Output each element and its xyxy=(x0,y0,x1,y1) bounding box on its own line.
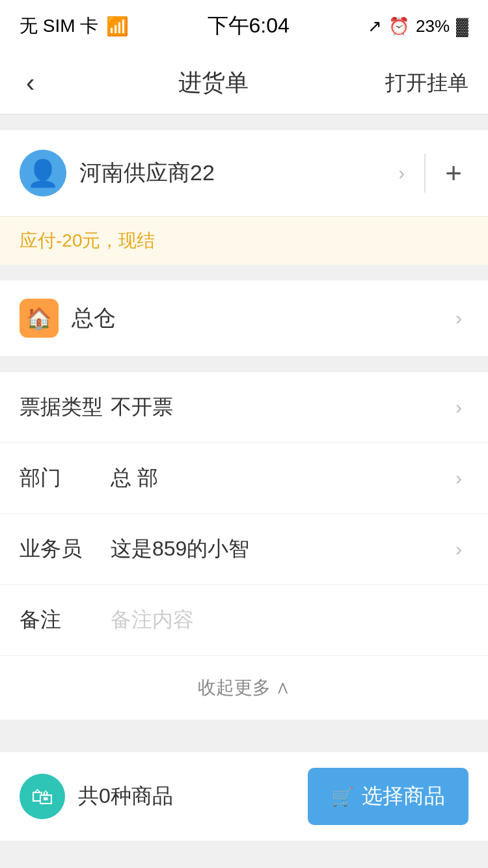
location-icon: ↗ xyxy=(368,16,382,36)
section-gap-1 xyxy=(0,115,488,130)
select-product-icon: 🛒 xyxy=(331,786,354,807)
section-gap-4 xyxy=(0,720,488,735)
nav-bar: ‹ 进货单 打开挂单 xyxy=(0,52,488,115)
invoice-type-value: 不开票 xyxy=(111,393,455,422)
product-icon: 🛍 xyxy=(20,774,65,819)
supplier-section: 👤 河南供应商22 › + 应付-20元，现结 xyxy=(0,130,488,265)
battery-icon: ▓ xyxy=(456,16,468,36)
supplier-row[interactable]: 👤 河南供应商22 › + xyxy=(0,130,488,216)
bottom-bar: 🛍 共0种商品 🛒 选择商品 xyxy=(0,751,488,841)
time-label: 下午6:04 xyxy=(208,12,290,40)
salesperson-chevron-icon: › xyxy=(455,538,462,560)
select-product-label: 选择商品 xyxy=(362,782,445,811)
back-button[interactable]: ‹ xyxy=(20,62,41,104)
salesperson-label: 业务员 xyxy=(20,535,111,563)
remark-row[interactable]: 备注 备注内容 xyxy=(0,584,488,655)
invoice-type-chevron-icon: › xyxy=(455,396,462,418)
status-left: 无 SIM 卡 📶 xyxy=(20,14,129,38)
collapse-row[interactable]: 收起更多 ∧ xyxy=(0,655,488,720)
avatar-icon: 👤 xyxy=(27,158,59,189)
department-chevron-icon: › xyxy=(455,467,462,489)
supplier-divider xyxy=(424,154,426,193)
department-label: 部门 xyxy=(20,464,111,493)
section-gap-2 xyxy=(0,265,488,280)
open-pending-button[interactable]: 打开挂单 xyxy=(385,69,468,98)
invoice-type-label: 票据类型 xyxy=(20,393,111,422)
warehouse-name: 总仓 xyxy=(72,303,455,333)
warehouse-icon: 🏠 xyxy=(20,299,59,338)
status-bar: 无 SIM 卡 📶 下午6:04 ↗ ⏰ 23% ▓ xyxy=(0,0,488,52)
wifi-icon: 📶 xyxy=(106,16,129,37)
invoice-type-row[interactable]: 票据类型 不开票 › xyxy=(0,372,488,442)
collapse-text: 收起更多 ∧ xyxy=(198,675,291,700)
warehouse-chevron-icon: › xyxy=(455,307,462,329)
salesperson-value: 这是859的小智 xyxy=(111,535,455,563)
department-value: 总 部 xyxy=(111,464,455,493)
product-count-label: 共0种商品 xyxy=(78,782,308,811)
section-gap-3 xyxy=(0,356,488,372)
form-section: 票据类型 不开票 › 部门 总 部 › 业务员 这是859的小智 › 备注 备注… xyxy=(0,372,488,720)
supplier-name: 河南供应商22 xyxy=(79,158,398,188)
department-row[interactable]: 部门 总 部 › xyxy=(0,442,488,513)
warning-banner: 应付-20元，现结 xyxy=(0,216,488,265)
salesperson-row[interactable]: 业务员 这是859的小智 › xyxy=(0,513,488,584)
carrier-label: 无 SIM 卡 xyxy=(20,14,98,38)
battery-label: 23% xyxy=(416,16,450,36)
warehouse-section: 🏠 总仓 › xyxy=(0,280,488,356)
supplier-chevron-icon: › xyxy=(398,162,405,184)
remark-placeholder[interactable]: 备注内容 xyxy=(111,606,468,634)
alarm-icon: ⏰ xyxy=(388,16,409,36)
remark-label: 备注 xyxy=(20,606,111,634)
page-title: 进货单 xyxy=(178,67,249,99)
status-right: ↗ ⏰ 23% ▓ xyxy=(368,16,468,36)
warehouse-row[interactable]: 🏠 总仓 › xyxy=(0,280,488,356)
warning-text: 应付-20元，现结 xyxy=(20,230,155,251)
background-fill xyxy=(0,841,488,868)
select-product-button[interactable]: 🛒 选择商品 xyxy=(308,768,468,825)
add-supplier-button[interactable]: + xyxy=(439,157,468,189)
supplier-avatar: 👤 xyxy=(20,150,66,197)
